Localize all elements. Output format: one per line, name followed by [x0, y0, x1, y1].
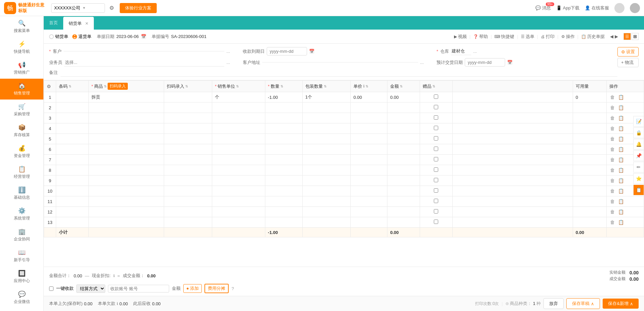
form-settings-btn[interactable]: ⚙ 设置	[617, 47, 639, 56]
delete-row-btn[interactable]: 🗑	[609, 208, 615, 215]
discount-info-icon[interactable]: ℹ	[113, 274, 115, 278]
copy-row-btn[interactable]: 📋	[617, 156, 624, 163]
trial-button[interactable]: 体验行业方案	[120, 3, 157, 13]
copy-row-btn[interactable]: 📋	[617, 94, 624, 101]
online-service-btn[interactable]: 👤 在线客服	[585, 5, 609, 11]
customer-select-btn[interactable]: ...	[226, 49, 230, 54]
radio-sales-order[interactable]: 销货单	[49, 34, 68, 40]
row-unit-price[interactable]: 0.00	[350, 92, 387, 103]
float-btn-4[interactable]: 📌	[633, 150, 644, 161]
delivery-calendar-icon[interactable]: 📅	[507, 60, 513, 65]
save-draft-btn[interactable]: 保存草稿 ∧	[566, 298, 600, 309]
sidebar-item-purchase[interactable]: 🛒 采购管理	[0, 100, 43, 120]
customer-addr-select-btn[interactable]: ...	[420, 60, 424, 65]
copy-row-btn[interactable]: 📋	[617, 167, 624, 173]
discard-btn[interactable]: 放弃	[543, 298, 564, 309]
float-btn-1[interactable]: 📝	[633, 116, 644, 127]
copy-row-btn[interactable]: 📋	[617, 104, 624, 111]
delete-row-btn[interactable]: 🗑	[609, 219, 615, 226]
scan-barcode-btn[interactable]: 扫码录入	[108, 83, 128, 90]
float-btn-6[interactable]: ⭐	[633, 173, 644, 184]
sidebar-item-marketing[interactable]: 📢 营销推广	[0, 58, 43, 79]
sidebar-item-inventory[interactable]: 📦 库存核算	[0, 120, 43, 141]
grid-view-icon[interactable]: ⊞	[632, 33, 639, 40]
message-btn[interactable]: 💬 消息 99+	[535, 5, 551, 11]
radio-return-order[interactable]: 退货单	[72, 34, 91, 40]
copy-row-btn[interactable]: 📋	[617, 198, 624, 205]
copy-row-btn[interactable]: 📋	[617, 177, 624, 184]
sidebar-item-wechat[interactable]: 💬 企业微信	[0, 287, 43, 308]
sidebar-item-quicknav[interactable]: ⚡ 快捷导航	[0, 37, 43, 58]
delete-row-btn[interactable]: 🗑	[609, 125, 615, 132]
copy-row-btn[interactable]: 📋	[617, 219, 624, 226]
delete-row-btn[interactable]: 🗑	[609, 156, 615, 163]
delete-row-btn[interactable]: 🗑	[609, 177, 615, 184]
fee-question-icon[interactable]: ?	[231, 286, 234, 291]
copy-row-btn[interactable]: 📋	[617, 115, 624, 121]
delete-row-btn[interactable]: 🗑	[609, 94, 615, 101]
list-view-icon[interactable]: ☰	[623, 33, 631, 40]
row-spec[interactable]	[164, 92, 212, 103]
tab-sales-order[interactable]: 销货单 ✕	[63, 17, 94, 30]
th-settings[interactable]: ⚙	[44, 81, 56, 92]
float-btn-orange[interactable]: 📋	[633, 185, 644, 195]
operate-btn[interactable]: ⚙ 操作	[561, 34, 575, 40]
next-record-icon[interactable]: ▶	[615, 34, 618, 39]
sidebar-item-operations[interactable]: 📋 经营管理	[0, 162, 43, 183]
tab-home[interactable]: 首页	[44, 16, 63, 30]
print-btn[interactable]: 🖨 打印	[541, 34, 555, 40]
row-quantity[interactable]: -1.00	[265, 92, 302, 103]
float-btn-3[interactable]: 🔔	[633, 139, 644, 150]
salesperson-select-btn[interactable]: ...	[226, 60, 230, 65]
save-new-btn[interactable]: 保存&新增 ∧	[603, 299, 639, 309]
settings-icon-btn[interactable]: ⚙	[106, 3, 117, 13]
calc-method-select[interactable]: 结算方式	[76, 284, 105, 293]
row-unit[interactable]: 个	[212, 92, 265, 103]
fee-split-btn[interactable]: 费用分摊	[204, 284, 229, 293]
tab-close-icon[interactable]: ✕	[85, 21, 88, 26]
select-order-btn[interactable]: ☰ 选单	[521, 34, 534, 40]
app-download-btn[interactable]: 📱 App下载	[556, 5, 579, 11]
delete-row-btn[interactable]: 🗑	[609, 104, 615, 111]
th-gear-icon[interactable]: ⚙	[47, 84, 51, 89]
copy-row-btn[interactable]: 📋	[617, 125, 624, 132]
prev-record-icon[interactable]: ◀	[610, 34, 613, 39]
delete-row-btn[interactable]: 🗑	[609, 146, 615, 153]
row-barcode[interactable]	[56, 92, 89, 103]
delete-row-btn[interactable]: 🗑	[609, 167, 615, 173]
float-btn-5[interactable]: ✏	[633, 162, 644, 172]
shortcut-btn[interactable]: ⌨ 快捷键	[494, 34, 514, 40]
video-btn[interactable]: ▶ 视频	[454, 34, 467, 40]
row-product[interactable]: 拆贡	[88, 92, 164, 103]
copy-row-btn[interactable]: 📋	[617, 135, 624, 142]
row-gift-checkbox[interactable]	[420, 92, 452, 103]
sidebar-item-basic[interactable]: ℹ️ 基础信息	[0, 183, 43, 204]
owe-info-icon[interactable]: ℹ	[117, 302, 118, 306]
company-selector[interactable]: XXXXXX公司 ▼	[51, 3, 105, 13]
warehouse-select-btn[interactable]: ...	[473, 49, 477, 54]
sidebar-item-member[interactable]: 👑 畅会员	[0, 308, 43, 311]
account-input[interactable]	[108, 285, 169, 293]
delete-row-btn[interactable]: 🗑	[609, 198, 615, 205]
delete-row-btn[interactable]: 🗑	[609, 188, 615, 194]
sidebar-item-guide[interactable]: 📖 新手引导	[0, 245, 43, 266]
delivery-date-input[interactable]	[465, 58, 505, 67]
add-fee-btn[interactable]: ● 添加	[183, 284, 202, 293]
copy-row-btn[interactable]: 📋	[617, 146, 624, 153]
avatar2[interactable]	[630, 3, 640, 13]
help-btn[interactable]: ❓ 帮助	[473, 34, 488, 40]
sidebar-item-apps[interactable]: 🔲 应用中心	[0, 266, 43, 287]
avatar[interactable]	[614, 3, 624, 13]
salesperson-input[interactable]	[64, 59, 224, 67]
payment-due-input[interactable]	[267, 47, 307, 55]
unit-price-info-icon[interactable]: ℹ	[363, 84, 365, 88]
calendar-icon[interactable]: 📅	[141, 34, 146, 39]
sidebar-item-enterprise[interactable]: 🏢 企业协同	[0, 225, 43, 245]
float-btn-2[interactable]: 🔒	[633, 127, 644, 138]
sidebar-item-sales[interactable]: 🏠 销售管理	[0, 79, 43, 100]
sidebar-item-system[interactable]: ⚙️ 系统管理	[0, 204, 43, 225]
row-pack-qty[interactable]: 1个	[302, 92, 350, 103]
history-btn[interactable]: 📋 历史单据	[581, 34, 605, 40]
one-click-payment-checkbox[interactable]	[49, 286, 53, 291]
notes-input[interactable]	[61, 69, 617, 77]
